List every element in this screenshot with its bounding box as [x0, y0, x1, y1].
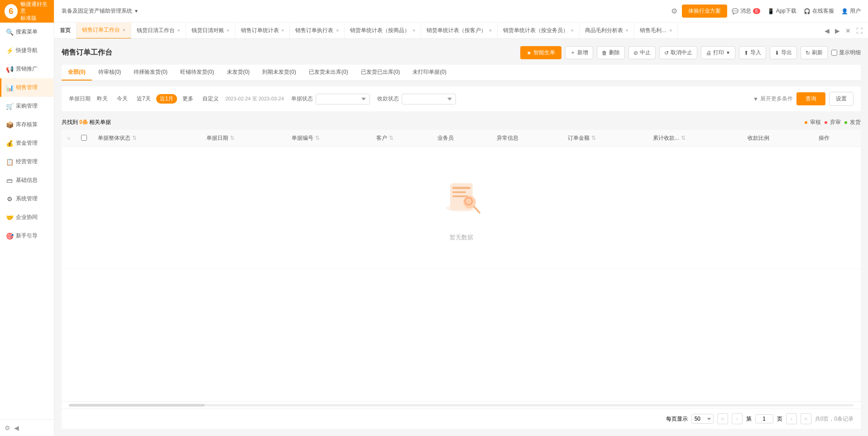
scrollbar-thumb[interactable]: [69, 404, 205, 407]
unapprove-action-btn[interactable]: 弃审: [825, 118, 841, 126]
print-btn[interactable]: 🖨 打印 ▼: [701, 46, 735, 59]
select-all-checkbox[interactable]: [81, 135, 87, 141]
prev-page-btn[interactable]: ‹: [732, 413, 743, 424]
status-select[interactable]: [316, 94, 370, 104]
filter-tab-6[interactable]: 已发货未出库(0): [302, 65, 355, 81]
filter-tab-0[interactable]: 全部(0): [62, 65, 92, 81]
tab-fullscreen-btn[interactable]: ⛶: [854, 26, 864, 35]
app-download-btn[interactable]: 📱 App下载: [767, 7, 796, 15]
sidebar-item-8[interactable]: 🗃基础信息: [0, 171, 54, 190]
filter-tab-5[interactable]: 到期未发货(0): [256, 65, 302, 81]
tab-8[interactable]: 销货单统计表（按业务员）×: [498, 23, 580, 39]
date-btn-3[interactable]: 近1月: [156, 94, 177, 104]
col-header-0[interactable]: 单据整体状态⇅: [92, 130, 201, 147]
date-btn-4[interactable]: 更多: [179, 94, 197, 104]
tab-close-2[interactable]: ×: [177, 28, 180, 33]
tab-close-3[interactable]: ×: [227, 28, 230, 33]
tab-close-all-btn[interactable]: ✕: [844, 26, 853, 35]
tab-close-10[interactable]: ×: [670, 28, 672, 33]
pagination-total: 共0页，0条记录: [815, 415, 854, 423]
online-service-btn[interactable]: 🎧 在线客服: [804, 7, 834, 15]
tab-9[interactable]: 商品毛利分析表×: [580, 23, 634, 39]
show-detail-checkbox[interactable]: [831, 50, 837, 56]
collapse-icon[interactable]: ◀: [14, 424, 19, 431]
settings-icon[interactable]: ⚙: [5, 424, 10, 431]
filter-tab-3[interactable]: 旺铺待发货(0): [174, 65, 221, 81]
last-page-btn[interactable]: »: [801, 413, 811, 424]
table-head: ≡ 单据整体状态⇅单据日期⇅单据编号⇅客户⇅业务员异常信息订单金额⇅累计收款..…: [62, 130, 861, 147]
filter-tab-4[interactable]: 未发货(0): [221, 65, 256, 81]
approve-action-btn[interactable]: 审核: [805, 118, 821, 126]
query-btn[interactable]: 查询: [796, 92, 825, 105]
tab-close-4[interactable]: ×: [282, 28, 284, 33]
industry-btn[interactable]: 体验行业方案: [682, 5, 727, 18]
tab-6[interactable]: 销货单统计表（按商品）×: [345, 23, 421, 39]
date-btn-2[interactable]: 近7天: [133, 94, 154, 104]
user-btn[interactable]: 👤 用户: [841, 7, 861, 15]
filter-tab-8[interactable]: 未打印单据(0): [406, 65, 453, 81]
message-btn[interactable]: 💬 消息 6: [732, 7, 760, 15]
page-size-select[interactable]: 102050100: [691, 414, 714, 424]
sort-icon-7: ⇅: [681, 135, 686, 141]
show-detail-label[interactable]: 显示明细: [831, 49, 861, 57]
sidebar-item-1[interactable]: ⚡快捷导航: [0, 41, 54, 60]
horizontal-scrollbar[interactable]: [62, 401, 861, 408]
tab-close-9[interactable]: ×: [626, 28, 628, 33]
col-header-2[interactable]: 单据编号⇅: [286, 130, 371, 147]
sidebar-item-7[interactable]: 📋经营管理: [0, 152, 54, 171]
tab-2[interactable]: 钱货日清工作台×: [131, 23, 186, 39]
deliver-action-btn[interactable]: 发货: [844, 118, 861, 126]
sidebar-item-3[interactable]: 📊销售管理: [0, 78, 54, 97]
tab-close-7[interactable]: ×: [489, 28, 492, 33]
expand-conditions-btn[interactable]: ▼ 展开更多条件: [753, 95, 793, 103]
add-btn[interactable]: ＋ 新增: [565, 46, 593, 59]
sidebar-item-0[interactable]: 🔍搜索菜单: [0, 23, 54, 41]
export-btn[interactable]: ⬇ 导出: [770, 46, 797, 59]
system-title[interactable]: 装备及固定资产辅助管理系统 ▼: [62, 7, 667, 15]
col-header-1[interactable]: 单据日期⇅: [201, 130, 286, 147]
tab-5[interactable]: 销售订单执行表×: [290, 23, 345, 39]
col-header-3[interactable]: 客户⇅: [371, 130, 432, 147]
smart-gen-btn[interactable]: ★ 智能生单: [520, 46, 561, 59]
tab-0[interactable]: 首页: [54, 23, 77, 39]
sidebar-item-2[interactable]: 📢营销推广: [0, 60, 54, 78]
tab-7[interactable]: 销货单统计表（按客户）×: [421, 23, 498, 39]
col-header-6[interactable]: 订单金额⇅: [562, 130, 647, 147]
tab-3[interactable]: 钱货日清对账×: [186, 23, 235, 39]
dropdown-arrow-icon: ▼: [134, 9, 139, 14]
filter-tab-1[interactable]: 待审核(0): [92, 65, 128, 81]
sidebar-item-6[interactable]: 💰资金管理: [0, 134, 54, 152]
next-page-btn[interactable]: ›: [786, 413, 797, 424]
tab-close-6[interactable]: ×: [412, 28, 415, 33]
tab-4[interactable]: 销售订单统计表×: [235, 23, 290, 39]
sort-icon-3: ⇅: [389, 135, 393, 141]
sidebar-item-5[interactable]: 📦库存核算: [0, 115, 54, 134]
tab-close-1[interactable]: ×: [123, 28, 125, 33]
date-btn-0[interactable]: 昨天: [93, 94, 111, 104]
stop-btn[interactable]: ⊘ 中止: [628, 46, 656, 59]
date-btn-5[interactable]: 自定义: [199, 94, 222, 104]
first-page-btn[interactable]: «: [717, 413, 728, 424]
tab-next-btn[interactable]: ▶: [833, 26, 842, 35]
tab-close-5[interactable]: ×: [336, 28, 339, 33]
refresh-btn[interactable]: ↻ 刷新: [801, 46, 828, 59]
filter-tab-2[interactable]: 待择验发货(0): [127, 65, 174, 81]
tab-prev-btn[interactable]: ◀: [823, 26, 831, 35]
reset-btn[interactable]: 设置: [829, 92, 854, 106]
delete-btn[interactable]: 🗑 删除: [597, 46, 625, 59]
sidebar-item-10[interactable]: 🤝企业协同: [0, 208, 54, 227]
filter-tab-7[interactable]: 已发货已出库(0): [355, 65, 407, 81]
cancel-stop-btn[interactable]: ↺ 取消中止: [659, 46, 697, 59]
sidebar-item-9[interactable]: ⚙系统管理: [0, 190, 54, 208]
col-header-7[interactable]: 累计收款...⇅: [647, 130, 742, 147]
tab-1[interactable]: 销售订单工作台×: [77, 23, 131, 39]
sidebar-item-4[interactable]: 🛒采购管理: [0, 97, 54, 115]
import-btn[interactable]: ⬆ 导入: [739, 46, 766, 59]
settings-btn[interactable]: ⚙: [671, 7, 677, 15]
page-input[interactable]: [755, 414, 773, 423]
sidebar-item-11[interactable]: 🎯新手引导: [0, 227, 54, 245]
tab-10[interactable]: 销售毛利…×: [634, 23, 678, 39]
date-btn-1[interactable]: 今天: [113, 94, 131, 104]
tab-close-8[interactable]: ×: [571, 28, 574, 33]
payment-select[interactable]: [402, 94, 456, 104]
